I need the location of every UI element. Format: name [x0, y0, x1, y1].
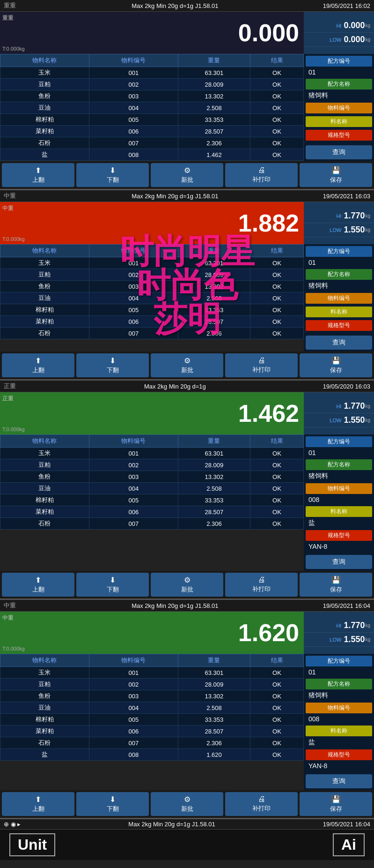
table-cell: 007 [89, 328, 178, 339]
table-cell: 盐 [0, 149, 89, 161]
col-header: 结果 [250, 435, 304, 448]
col-header: 物料编号 [89, 654, 178, 667]
info-label[interactable]: 料名称 [306, 726, 372, 736]
table-cell: 004 [89, 292, 178, 304]
table-cell: 鱼粉 [0, 471, 89, 483]
btn-label: 补打印 [252, 175, 271, 184]
low-label: LOW [330, 637, 341, 643]
table-cell: OK [250, 679, 304, 690]
info-label[interactable]: 物料编号 [306, 293, 372, 304]
toolbar-btn-0[interactable]: ⬆上翻 [2, 163, 74, 187]
table-cell: 28.507 [178, 506, 250, 518]
table-cell: OK [250, 494, 304, 506]
status-center: Max 2kg Min 20g d=1g J1.58.01 [128, 821, 215, 828]
table-cell: 豆粕 [0, 679, 89, 690]
info-label[interactable]: 规格型号 [306, 749, 372, 760]
info-label[interactable]: 规格型号 [306, 130, 372, 141]
table-cell: 2.508 [178, 483, 250, 494]
table-cell: 玉米 [0, 67, 89, 79]
hi-display: HI 1.770 kg [304, 209, 374, 223]
info-label[interactable]: 配方名称 [306, 79, 372, 90]
btn-label: 保存 [330, 805, 342, 813]
toolbar-btn-0[interactable]: ⬆上翻 [2, 353, 74, 377]
btn-label: 上翻 [32, 366, 44, 374]
toolbar-btn-2[interactable]: ⚙新批 [151, 353, 223, 377]
weight-value: 1.462 [238, 399, 299, 427]
info-label[interactable]: 配方编号 [306, 436, 372, 447]
toolbar-btn-1[interactable]: ⬇下翻 [76, 573, 149, 597]
info-label[interactable]: 物料编号 [306, 703, 372, 713]
info-label[interactable]: 配方名称 [306, 269, 372, 280]
topbar-center: Max 2kg Min 20g d=1g [144, 383, 206, 390]
col-header: 物料名称 [0, 54, 89, 67]
toolbar-btn-3[interactable]: 🖨补打印 [225, 163, 298, 187]
info-label[interactable]: 配方编号 [306, 656, 372, 666]
col-header: 重量 [178, 245, 250, 257]
toolbar-btn-2[interactable]: ⚙新批 [151, 573, 223, 597]
low-value: 1.550 [341, 415, 365, 425]
table-cell: 石粉 [0, 737, 89, 749]
toolbar-btn-4[interactable]: 💾保存 [300, 163, 372, 187]
table-cell: 001 [89, 257, 178, 269]
query-button[interactable]: 查询 [306, 145, 372, 159]
info-label[interactable]: 料名称 [306, 307, 372, 317]
topbar-right: 19/05/2020 16:03 [323, 383, 370, 390]
table-row: 豆油0042.508OK [0, 102, 304, 114]
toolbar-btn-4[interactable]: 💾保存 [300, 792, 372, 816]
table-cell: OK [250, 126, 304, 137]
table-cell: 棉籽粕 [0, 114, 89, 126]
info-label[interactable]: 配方名称 [306, 679, 372, 689]
toolbar-btn-3[interactable]: 🖨补打印 [225, 353, 298, 377]
btn-label: 下翻 [107, 585, 119, 594]
low-unit: kg [365, 227, 370, 232]
table-cell: 001 [89, 667, 178, 679]
toolbar-2: ⬆上翻⬇下翻⚙新批🖨补打印💾保存 [0, 352, 374, 379]
info-label[interactable]: 配方编号 [306, 56, 372, 67]
info-label[interactable]: 物料编号 [306, 483, 372, 494]
query-button[interactable]: 查询 [306, 336, 372, 350]
data-table-3: 物料名称物料编号重量结果玉米00163.301OK豆粕00228.009OK鱼粉… [0, 434, 304, 530]
table-cell: 13.302 [178, 690, 250, 702]
info-block-3: 料名称盐 [306, 726, 372, 748]
toolbar-btn-0[interactable]: ⬆上翻 [2, 573, 74, 597]
weight-top-label: 重重 [2, 14, 14, 22]
segment-4: 中重 Max 2kg Min 20g d=1g J1.58.01 19/05/2… [0, 600, 374, 819]
table-row: 菜籽粕00628.507OK [0, 726, 304, 737]
toolbar-btn-4[interactable]: 💾保存 [300, 573, 372, 597]
info-label[interactable]: 料名称 [306, 506, 372, 517]
toolbar-btn-1[interactable]: ⬇下翻 [76, 353, 149, 377]
table-cell: 002 [89, 79, 178, 90]
info-label[interactable]: 规格型号 [306, 320, 372, 331]
info-value: 01 [306, 667, 372, 677]
info-label[interactable]: 配方名称 [306, 459, 372, 470]
btn-label: 补打印 [252, 366, 271, 374]
toolbar-btn-4[interactable]: 💾保存 [300, 353, 372, 377]
info-label[interactable]: 配方编号 [306, 246, 372, 257]
toolbar-btn-0[interactable]: ⬆上翻 [2, 792, 74, 816]
table-cell: 28.507 [178, 726, 250, 737]
top-bar-3: 正重 Max 2kg Min 20g d=1g 19/05/2020 16:03 [0, 381, 374, 392]
info-value: 盐 [306, 518, 372, 528]
hi-label: HI [336, 623, 341, 629]
btn-label: 下翻 [107, 366, 119, 374]
table-cell: 001 [89, 448, 178, 459]
toolbar-btn-3[interactable]: 🖨补打印 [225, 792, 298, 816]
query-button[interactable]: 查询 [306, 555, 372, 569]
info-label[interactable]: 物料编号 [306, 103, 372, 113]
toolbar-btn-3[interactable]: 🖨补打印 [225, 573, 298, 597]
info-label[interactable]: 规格型号 [306, 530, 372, 541]
btn-icon: 💾 [331, 576, 341, 584]
toolbar-btn-1[interactable]: ⬇下翻 [76, 792, 149, 816]
query-button[interactable]: 查询 [306, 774, 372, 788]
toolbar-btn-2[interactable]: ⚙新批 [151, 163, 223, 187]
table-cell: 002 [89, 269, 178, 281]
toolbar-btn-1[interactable]: ⬇下翻 [76, 163, 149, 187]
info-label[interactable]: 料名称 [306, 116, 372, 127]
btn-icon: ⬇ [110, 795, 116, 804]
table-cell: 石粉 [0, 518, 89, 530]
table-row: 石粉0072.306OK [0, 137, 304, 149]
btn-label: 保存 [330, 176, 342, 184]
col-header: 重量 [178, 654, 250, 667]
btn-label: 下翻 [107, 805, 119, 813]
toolbar-btn-2[interactable]: ⚙新批 [151, 792, 223, 816]
